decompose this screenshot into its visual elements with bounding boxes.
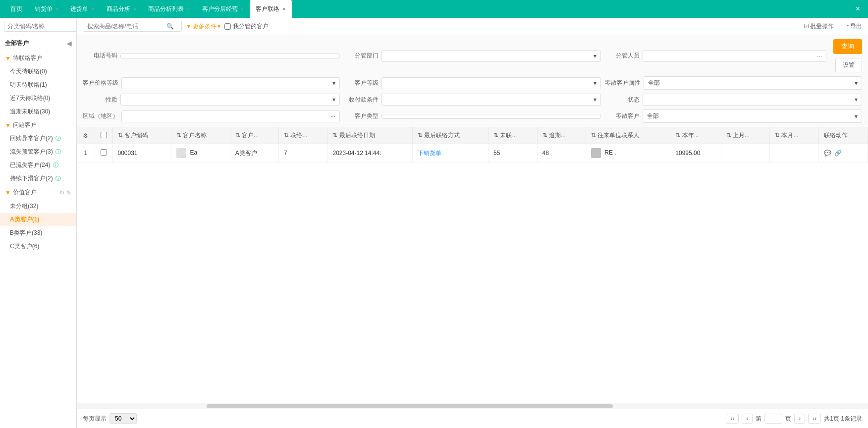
- nav-tab-sale[interactable]: 销货单 ×: [29, 0, 64, 18]
- col-contact-sort-icon[interactable]: ⇅: [284, 132, 289, 139]
- scrollbar-thumb[interactable]: [207, 404, 613, 408]
- sidebar-item-abnormal[interactable]: 回购异常客户(2) ⓘ: [0, 132, 76, 145]
- message-icon[interactable]: 💬: [824, 150, 831, 157]
- filter-manager-row: 分管人员 ··· 查询 设置: [605, 39, 862, 72]
- horizontal-scrollbar[interactable]: [77, 403, 868, 409]
- select-all-checkbox[interactable]: [101, 132, 107, 138]
- col-last-month-sort-icon[interactable]: ⇅: [726, 132, 731, 139]
- sidebar-value-section[interactable]: ▼ 价值客户 ↻ ✎: [0, 185, 76, 200]
- total-records-label: 共1页 1条记录: [824, 415, 862, 423]
- customerlevel-input[interactable]: ▾: [381, 77, 601, 89]
- col-overdue-sort-icon[interactable]: ⇅: [542, 132, 547, 139]
- sidebar-item-a-class[interactable]: A类客户(1): [0, 213, 76, 226]
- pagination-perpage: 每页显示 50 100 200: [83, 413, 137, 424]
- page-first-button[interactable]: ‹‹: [726, 414, 739, 424]
- edit-icon[interactable]: ✎: [66, 189, 71, 196]
- retailattr-input[interactable]: 全部 ▾: [644, 76, 862, 90]
- sidebar-item-lost[interactable]: 已流失客户(24) ⓘ: [0, 159, 76, 172]
- sidebar-problem-section[interactable]: ▼ 问题客户: [0, 118, 76, 132]
- col-action: 联络动作: [818, 127, 868, 144]
- manager-input[interactable]: ···: [643, 50, 826, 62]
- sidebar-collapse-icon[interactable]: ◀: [67, 40, 71, 47]
- filter-more-button[interactable]: ▼ 更多条件 ▾: [186, 22, 220, 31]
- value-section-icons: ↻ ✎: [59, 189, 71, 196]
- page-number-input[interactable]: 1: [764, 414, 782, 424]
- link-icon[interactable]: 🔗: [834, 150, 842, 157]
- nav-tab-purchase[interactable]: 进货单 ×: [64, 0, 100, 18]
- row-checkbox[interactable]: [95, 144, 112, 162]
- col-level-sort-icon[interactable]: ⇅: [235, 132, 240, 139]
- dept-input[interactable]: ▾: [381, 50, 601, 62]
- retailattr-label: 零散客户属性: [605, 79, 641, 87]
- settings-icon[interactable]: ⚙: [83, 132, 88, 139]
- nature-input[interactable]: ▾: [120, 94, 340, 106]
- retail-input[interactable]: 全部 ▾: [643, 109, 862, 123]
- col-this-year-sort-icon[interactable]: ⇅: [675, 132, 680, 139]
- col-name-sort-icon[interactable]: ⇅: [176, 132, 181, 139]
- batch-op-button[interactable]: ☑ 批量操作: [804, 22, 834, 31]
- sidebar-item-tomorrow[interactable]: 明天待联络(1): [0, 78, 76, 92]
- row-select-checkbox[interactable]: [101, 149, 107, 156]
- nav-tab-customer-contact[interactable]: 客户联络 ×: [250, 0, 291, 18]
- nav-tab-analysis[interactable]: 商品分析 ×: [101, 0, 142, 18]
- page-last-button[interactable]: ››: [808, 414, 821, 424]
- sidebar-item-unclassified[interactable]: 未分组(32): [0, 200, 76, 213]
- filter-search-input[interactable]: [87, 23, 166, 30]
- area-input[interactable]: ···: [121, 110, 340, 122]
- last-method-link[interactable]: 下销货单: [418, 150, 441, 157]
- phone-input[interactable]: [120, 54, 340, 58]
- sidebar-pending-section[interactable]: ▼ 待联络客户: [0, 52, 76, 65]
- close-analysis-list-tab[interactable]: ×: [187, 6, 190, 12]
- sidebar-item-b-class[interactable]: B类客户(33): [0, 226, 76, 240]
- sidebar-all-customers-header[interactable]: 全部客户 ◀: [0, 35, 76, 52]
- nav-tab-customer-seg[interactable]: 客户分层经营 ×: [196, 0, 250, 18]
- my-customers-checkbox[interactable]: [224, 23, 231, 30]
- col-not-contact-sort-icon[interactable]: ⇅: [493, 132, 498, 139]
- col-checkbox[interactable]: [95, 127, 112, 144]
- filter-actions: 查询 设置: [833, 39, 862, 72]
- sidebar-item-7days[interactable]: 近7天待联络(0): [0, 92, 76, 105]
- filter-pricelevel-row: 客户价格等级 ▾: [83, 76, 340, 90]
- sidebar-item-declining[interactable]: 持续下滑客户(2) ⓘ: [0, 172, 76, 185]
- query-button[interactable]: 查询: [833, 39, 862, 54]
- row-last-method[interactable]: 下销货单: [412, 144, 488, 162]
- pagination: 每页显示 50 100 200 ‹‹ ‹ 第 1 页 › ›› 共1页 1条记录: [77, 409, 868, 428]
- close-sale-tab[interactable]: ×: [55, 6, 58, 12]
- pricelevel-input[interactable]: ▾: [121, 77, 340, 89]
- nav-home[interactable]: 首页: [4, 0, 29, 18]
- filter-search-box[interactable]: 🔍: [83, 21, 182, 32]
- per-page-select[interactable]: 50 100 200: [109, 413, 137, 424]
- page-next-button[interactable]: ›: [794, 414, 805, 424]
- col-last-date-sort-icon[interactable]: ⇅: [332, 132, 337, 139]
- customertype-input[interactable]: [381, 114, 601, 119]
- status-dropdown-icon: ▾: [855, 96, 858, 103]
- value-label: 价值客户: [13, 188, 37, 197]
- refresh-icon[interactable]: ↻: [59, 189, 64, 196]
- pay-input[interactable]: ▾: [381, 94, 601, 106]
- close-customer-seg-tab[interactable]: ×: [241, 6, 244, 12]
- dept-label: 分管部门: [344, 52, 379, 60]
- col-contact-person-sort-icon[interactable]: ⇅: [591, 132, 596, 139]
- nav-tab-analysis-list[interactable]: 商品分析列表 ×: [142, 0, 196, 18]
- close-purchase-tab[interactable]: ×: [91, 6, 94, 12]
- sidebar-item-today[interactable]: 今天待联络(0): [0, 65, 76, 78]
- col-this-month-sort-icon[interactable]: ⇅: [775, 132, 780, 139]
- export-button[interactable]: ↑ 导出: [846, 22, 862, 31]
- sidebar-item-warning[interactable]: 流失预警客户(3) ⓘ: [0, 145, 76, 159]
- col-code: ⇅ 客户编码: [112, 127, 171, 144]
- close-customer-contact-tab[interactable]: ×: [282, 6, 285, 12]
- status-input[interactable]: ▾: [643, 94, 862, 106]
- window-close-button[interactable]: ×: [852, 4, 864, 13]
- my-customers-filter[interactable]: 我分管的客户: [224, 22, 269, 31]
- col-settings[interactable]: ⚙: [77, 127, 95, 144]
- page-prev-button[interactable]: ‹: [742, 414, 753, 424]
- sidebar-search-input[interactable]: [4, 21, 77, 32]
- sidebar-item-overdue[interactable]: 逾期未联络(30): [0, 105, 76, 118]
- col-last-method-sort-icon[interactable]: ⇅: [418, 132, 423, 139]
- col-code-sort-icon[interactable]: ⇅: [118, 132, 123, 139]
- sidebar-item-c-class[interactable]: C类客户(6): [0, 240, 76, 253]
- settings-button[interactable]: 设置: [835, 58, 862, 72]
- filter-search-icon[interactable]: 🔍: [166, 23, 174, 30]
- filter-customertype-row: 客户类型: [344, 109, 601, 123]
- close-analysis-tab[interactable]: ×: [133, 6, 136, 12]
